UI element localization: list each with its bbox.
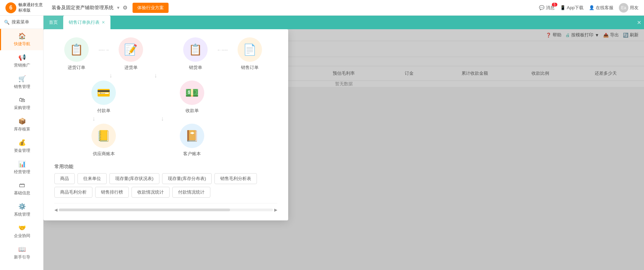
flow-node-supplier-ledger: 📒 供应商账本 <box>82 124 126 157</box>
arrow-down-3: ↓ <box>92 114 95 124</box>
common-buttons-container: 商品 往来单位 现存量(库存状况表) 现存量(库存分布表) 销售毛利分析表 商品… <box>54 173 277 198</box>
arrow-down-4: ↓ <box>161 114 164 124</box>
arrow-down-1: ↓ <box>109 71 112 80</box>
tab-sales-order-exec[interactable]: 销售订单执行表 ✕ <box>63 16 110 29</box>
system-title: 装备及固定资产辅助管理系统 ▼ <box>52 5 120 11</box>
flow-node-purchase-order: 📋 进货订单 <box>54 37 99 71</box>
sales-bill-icon: 📋 <box>183 37 208 62</box>
flow-dialog: 📋 进货订单 - - - - → 📝 进货单 <box>43 29 288 220</box>
sidebar-item-basic[interactable]: 🗃 基础信息 <box>0 178 43 199</box>
logo-icon: 6 <box>5 2 16 13</box>
search-menu-button[interactable]: 🔍 搜索菜单 <box>0 16 43 29</box>
download-icon: 📱 <box>560 5 565 10</box>
finance-icon: 💰 <box>18 139 26 146</box>
logo-area: 6 畅康通好生意 标准版 <box>5 2 46 13</box>
arrow-h-1: - - - - → <box>99 47 109 61</box>
tab-home[interactable]: 首页 <box>43 16 63 29</box>
common-functions-title: 常用功能 <box>54 164 277 170</box>
scroll-area: ◀ ▶ <box>54 203 277 212</box>
sidebar-item-quick-nav[interactable]: 🏠 快捷导航 <box>0 29 43 50</box>
system-icon: ⚙️ <box>18 203 26 210</box>
guide-icon: 📖 <box>18 246 26 253</box>
home-icon: 🏠 <box>18 32 26 40</box>
common-btn-product[interactable]: 商品 <box>54 173 75 184</box>
settings-button[interactable]: ⚙ <box>120 3 130 13</box>
common-btn-product-margin[interactable]: 商品毛利分析 <box>54 187 92 198</box>
scroll-track[interactable] <box>59 209 273 211</box>
flow-node-sales-order: 📄 销售订单 <box>228 37 272 71</box>
purchase-icon: 🛍 <box>19 96 25 104</box>
sidebar-item-purchase[interactable]: 🛍 采购管理 <box>0 93 43 114</box>
sidebar-item-system[interactable]: ⚙️ 系统管理 <box>0 199 43 221</box>
flow-node-receipt-bill: 💵 收款单 <box>170 80 214 114</box>
operation-icon: 📊 <box>18 160 26 168</box>
avatar: Ea <box>619 3 628 13</box>
common-btn-payment-stats[interactable]: 付款情况统计 <box>172 187 210 198</box>
service-icon: 👤 <box>589 5 594 10</box>
flow-node-purchase-bill: 📝 进货单 <box>109 37 153 71</box>
flow-diagram: 📋 进货订单 - - - - → 📝 进货单 <box>54 37 277 157</box>
supplier-ledger-icon: 📒 <box>91 124 116 148</box>
common-btn-sales-ranking[interactable]: 销售排行榜 <box>95 187 129 198</box>
customer-ledger-icon: 📔 <box>180 124 204 148</box>
arrow-down-2: ↓ <box>154 71 157 80</box>
dialog-overlay: 📋 进货订单 - - - - → 📝 进货单 <box>43 29 644 270</box>
sales-order-icon: 📄 <box>238 37 262 62</box>
purchase-bill-icon: 📝 <box>119 37 143 62</box>
message-button[interactable]: 💬 消息 5 <box>539 5 555 11</box>
common-btn-receipt-stats[interactable]: 收款情况统计 <box>132 187 170 198</box>
basic-icon: 🗃 <box>19 182 25 189</box>
common-btn-stock-status[interactable]: 现存量(库存状况表) <box>109 173 159 184</box>
flow-node-sales-bill: 📋 销货单 <box>173 37 217 71</box>
common-btn-party[interactable]: 往来单位 <box>77 173 107 184</box>
marketing-icon: 📢 <box>18 54 26 61</box>
try-industry-button[interactable]: 体验行业方案 <box>133 3 169 13</box>
arrow-h-2: - - - - → <box>217 47 228 61</box>
receipt-bill-icon: 💵 <box>180 80 204 105</box>
sidebar-item-guide[interactable]: 📖 新手引导 <box>0 242 43 264</box>
sidebar: 🔍 搜索菜单 🏠 快捷导航 📢 营销推广 🛒 销售管理 🛍 采购管理 📦 <box>0 16 43 270</box>
scroll-thumb <box>59 209 230 211</box>
message-badge: 5 <box>552 3 557 6</box>
scroll-right-icon[interactable]: ▶ <box>274 208 277 212</box>
online-service-button[interactable]: 👤 在线客服 <box>589 5 613 11</box>
message-icon: 💬 <box>539 5 544 10</box>
common-functions-section: 常用功能 商品 往来单位 现存量(库存状况表) 现存量(库存分布表) 销售毛利分… <box>54 164 277 198</box>
inventory-icon: 📦 <box>18 118 26 125</box>
sidebar-item-marketing[interactable]: 📢 营销推广 <box>0 50 43 72</box>
flow-node-payment-bill: 💳 付款单 <box>82 80 126 114</box>
top-right-actions: 💬 消息 5 📱 App下载 👤 在线客服 Ea 用友 <box>539 3 639 13</box>
sidebar-item-inventory[interactable]: 📦 库存核算 <box>0 114 43 136</box>
payment-bill-icon: 💳 <box>91 80 116 105</box>
common-btn-stock-dist[interactable]: 现存量(库存分布表) <box>162 173 212 184</box>
sidebar-item-operation[interactable]: 📊 经营管理 <box>0 157 43 178</box>
purchase-order-icon: 📋 <box>64 37 89 62</box>
scroll-left-icon[interactable]: ◀ <box>54 208 57 212</box>
tab-bar: 首页 销售订单执行表 ✕ ✕ <box>43 16 644 29</box>
dropdown-arrow-icon[interactable]: ▼ <box>116 5 120 10</box>
sidebar-item-sales[interactable]: 🛒 销售管理 <box>0 72 43 93</box>
page-content: ❓ 帮助 🖨 按模板打印 ▼ 📤 导出 🔄 刷新 <box>43 29 644 270</box>
close-all-tabs-button[interactable]: ✕ <box>637 19 641 26</box>
cooperation-icon: 🤝 <box>18 224 26 232</box>
common-btn-sales-margin[interactable]: 销售毛利分析表 <box>214 173 257 184</box>
search-icon: 🔍 <box>4 20 10 25</box>
user-menu-button[interactable]: Ea 用友 <box>619 3 639 13</box>
logo-text: 畅康通好生意 标准版 <box>18 2 43 13</box>
tab-close-icon[interactable]: ✕ <box>102 20 105 25</box>
sidebar-item-cooperation[interactable]: 🤝 企业协同 <box>0 221 43 242</box>
flow-node-customer-ledger: 📔 客户账本 <box>170 124 214 157</box>
sidebar-item-finance[interactable]: 💰 资金管理 <box>0 136 43 157</box>
app-download-button[interactable]: 📱 App下载 <box>560 5 584 11</box>
sales-icon: 🛒 <box>18 75 26 83</box>
